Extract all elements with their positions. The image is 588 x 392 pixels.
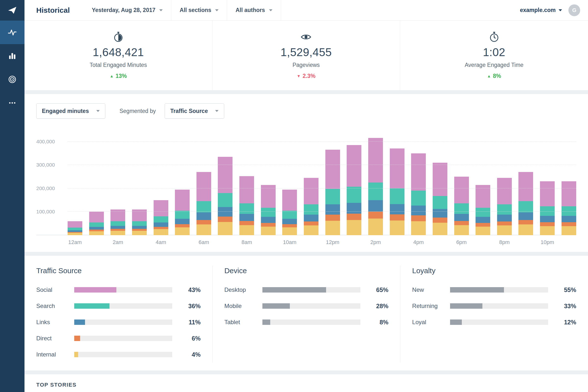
bar-segment-internal[interactable] [347,220,362,235]
bar-5pm[interactable] [433,130,447,235]
bar-segment-internal[interactable] [89,231,104,235]
bar-1pm[interactable] [347,130,362,235]
bar-segment-internal[interactable] [368,218,383,235]
bar-9pm[interactable] [518,130,533,235]
sidebar-item-heads[interactable] [0,68,24,91]
bar-segment-internal[interactable] [282,227,297,235]
bar-segment-search[interactable] [368,182,383,200]
bar-11am[interactable] [304,130,318,235]
bar-segment-direct[interactable] [132,229,147,231]
authors-filter-dropdown[interactable]: All authors [227,0,281,20]
bar-segment-direct[interactable] [497,222,512,226]
bar-segment-direct[interactable] [304,222,318,226]
bar-segment-direct[interactable] [218,216,232,222]
bar-7am[interactable] [218,130,232,235]
bar-segment-links[interactable] [261,217,276,223]
bar-segment-search[interactable] [154,216,168,223]
bar-segment-internal[interactable] [218,222,232,235]
bar-segment-internal[interactable] [196,224,211,235]
bar-segment-links[interactable] [562,216,576,222]
bar-5am[interactable] [175,130,190,235]
bar-segment-links[interactable] [540,216,555,222]
bar-segment-internal[interactable] [325,221,340,235]
bar-segment-internal[interactable] [497,226,512,235]
bar-segment-social[interactable] [454,177,469,203]
bar-segment-social[interactable] [411,153,426,191]
bar-segment-social[interactable] [497,178,512,204]
sidebar-item-more[interactable] [0,91,24,115]
bar-segment-search[interactable] [325,189,340,204]
bar-segment-internal[interactable] [518,224,533,235]
bar-segment-search[interactable] [518,201,533,213]
bar-segment-search[interactable] [132,221,147,226]
bar-segment-direct[interactable] [454,221,469,225]
bar-segment-social[interactable] [68,221,82,228]
bar-2am[interactable] [110,130,125,235]
bar-10am[interactable] [282,130,297,235]
sidebar-item-historical[interactable] [0,44,24,68]
bar-segment-internal[interactable] [154,229,168,235]
segment-dropdown[interactable]: Traffic Source [165,104,224,118]
bar-1am[interactable] [89,130,104,235]
bar-segment-direct[interactable] [239,221,254,225]
bar-segment-links[interactable] [282,219,297,224]
bar-segment-search[interactable] [433,196,447,209]
bar-segment-search[interactable] [540,206,555,216]
bar-segment-search[interactable] [304,204,318,214]
bar-segment-links[interactable] [218,207,232,216]
sidebar-item-realtime[interactable] [0,20,24,44]
bar-9am[interactable] [261,130,276,235]
bar-segment-direct[interactable] [154,227,168,229]
bar-segment-direct[interactable] [540,222,555,226]
bar-segment-direct[interactable] [476,223,490,226]
bar-segment-direct[interactable] [518,220,533,224]
bar-segment-internal[interactable] [476,226,490,235]
bar-segment-internal[interactable] [239,225,254,235]
sections-filter-dropdown[interactable]: All sections [171,0,227,20]
bar-segment-links[interactable] [110,226,125,229]
bar-2pm[interactable] [368,130,383,235]
bar-segment-search[interactable] [175,211,190,219]
bar-segment-links[interactable] [390,204,404,214]
bar-segment-social[interactable] [368,138,383,182]
bar-segment-search[interactable] [347,187,362,203]
bar-segment-search[interactable] [497,204,512,214]
bar-segment-direct[interactable] [411,215,426,221]
bar-4pm[interactable] [411,130,426,235]
bar-segment-direct[interactable] [562,222,576,226]
bar-segment-links[interactable] [304,214,318,222]
bar-segment-direct[interactable] [433,218,447,223]
bar-segment-direct[interactable] [368,212,383,218]
bar-segment-internal[interactable] [411,221,426,235]
metric-dropdown[interactable]: Engaged minutes [36,104,105,118]
bar-segment-internal[interactable] [68,233,82,235]
bar-segment-search[interactable] [390,188,404,204]
bar-segment-direct[interactable] [175,224,190,227]
bar-segment-internal[interactable] [454,225,469,235]
bar-segment-internal[interactable] [540,226,555,235]
bar-segment-links[interactable] [347,203,362,214]
avatar[interactable]: G [568,4,580,16]
bar-segment-social[interactable] [196,172,211,201]
bar-segment-search[interactable] [89,222,104,226]
bar-segment-internal[interactable] [390,220,404,235]
bar-6pm[interactable] [454,130,469,235]
bar-segment-direct[interactable] [261,223,276,226]
bar-segment-internal[interactable] [132,231,147,235]
bar-segment-internal[interactable] [261,226,276,235]
bar-segment-links[interactable] [132,226,147,229]
bar-segment-direct[interactable] [110,229,125,231]
bar-segment-direct[interactable] [390,214,404,220]
bar-segment-links[interactable] [518,212,533,220]
bar-10pm[interactable] [540,130,555,235]
bar-segment-social[interactable] [154,200,168,216]
bar-3pm[interactable] [390,130,404,235]
bar-segment-links[interactable] [175,219,190,224]
bar-segment-links[interactable] [411,206,426,215]
bar-8pm[interactable] [497,130,512,235]
bar-segment-direct[interactable] [282,224,297,227]
bar-segment-internal[interactable] [110,231,125,235]
bar-7pm[interactable] [476,130,490,235]
bar-segment-social[interactable] [304,178,318,204]
bar-segment-links[interactable] [433,209,447,218]
